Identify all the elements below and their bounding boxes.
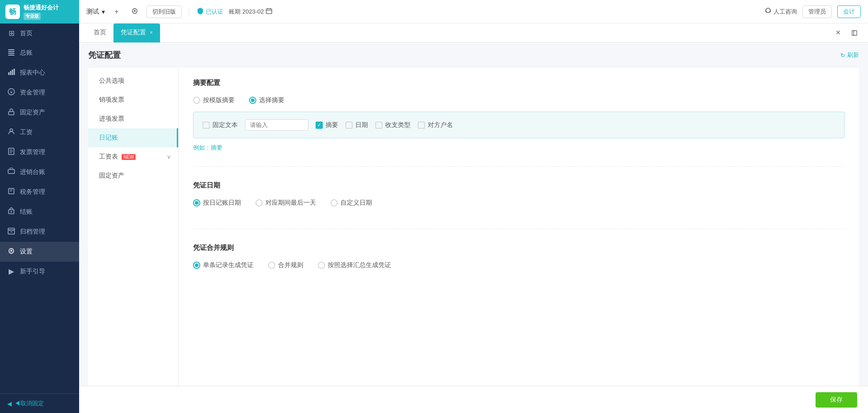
checkbox-summary[interactable]: ✓ 摘要 <box>316 121 338 129</box>
nav-public-label: 公共选项 <box>99 77 124 84</box>
radio-journal-date-label: 按日记账日期 <box>203 199 241 207</box>
refresh-icon: ↻ <box>840 52 845 59</box>
sidebar-item-settings[interactable]: 设置 <box>0 242 79 262</box>
radio-selected-summary[interactable]: 按照选择汇总生成凭证 <box>318 261 391 269</box>
tab-close-icon[interactable]: × <box>150 29 153 36</box>
save-button[interactable]: 保存 <box>816 392 857 408</box>
radio-merge-rule[interactable]: 合并规则 <box>268 261 303 269</box>
checkbox-counterpart[interactable]: 对方户名 <box>418 121 453 129</box>
sidebar-item-capital[interactable]: ¥ 资金管理 <box>0 83 79 103</box>
user-button[interactable]: 管理员 <box>802 5 832 18</box>
add-icon: + <box>114 8 118 16</box>
sidebar-item-assets[interactable]: 固定资产 <box>0 103 79 122</box>
unpin-label: ◀取消固定 <box>14 399 44 408</box>
page-title: 凭证配置 <box>88 50 121 61</box>
sidebar-item-tax[interactable]: 税务管理 <box>0 182 79 202</box>
svg-rect-3 <box>8 55 14 56</box>
consult-button[interactable]: 人工咨询 <box>764 7 797 16</box>
archive-icon <box>7 227 15 236</box>
sidebar-item-label: 结账 <box>20 208 33 216</box>
config-content: 摘要配置 按模版摘要 选择摘要 <box>179 68 859 386</box>
checkbox-counterpart-box <box>418 122 425 129</box>
shield-icon <box>197 7 204 16</box>
svg-rect-6 <box>12 70 13 75</box>
topbar-divider <box>189 7 189 16</box>
sidebar-item-label: 总账 <box>20 49 33 57</box>
radio-template[interactable]: 按模版摘要 <box>193 96 235 104</box>
sidebar-item-report[interactable]: 报表中心 <box>0 63 79 83</box>
topbar-settings-button[interactable] <box>128 5 141 18</box>
tab-config-label: 凭证配置 <box>121 28 146 37</box>
unpin-button[interactable]: ◀ ◀取消固定 <box>0 394 79 413</box>
section-merge-title: 凭证合并规则 <box>193 244 844 252</box>
nav-sales[interactable]: 销项发票 <box>88 90 178 109</box>
radio-selected-summary-circle <box>318 262 325 269</box>
sidebar-item-label: 进销台账 <box>20 168 45 176</box>
sidebar-item-label: 报表中心 <box>20 69 45 77</box>
sidebar-nav-scroll: ⊞ 首页 总账 报表中心 ¥ 资金管理 固定资产 <box>0 23 79 394</box>
tab-config[interactable]: 凭证配置 × <box>113 23 160 42</box>
radio-custom-date-circle <box>330 199 338 206</box>
sidebar-item-salary[interactable]: 工资 <box>0 122 79 142</box>
radio-journal-date[interactable]: 按日记账日期 <box>193 199 241 207</box>
fixed-text-input[interactable] <box>245 119 308 131</box>
radio-template-label: 按模版摘要 <box>203 96 235 104</box>
add-company-button[interactable]: + <box>110 5 123 18</box>
switch-old-version-button[interactable]: 切到旧版 <box>146 5 182 18</box>
checkbox-payment-type[interactable]: 收支类型 <box>375 121 410 129</box>
nav-public[interactable]: 公共选项 <box>88 71 178 90</box>
sidebar-item-invoice[interactable]: 发票管理 <box>0 142 79 162</box>
sidebar-item-home[interactable]: ⊞ 首页 <box>0 23 79 43</box>
checkbox-fixed-text-label: 固定文本 <box>212 121 238 129</box>
home-icon: ⊞ <box>7 29 15 38</box>
svg-point-21 <box>11 211 12 212</box>
nav-journal[interactable]: 日记账 <box>88 128 178 147</box>
sidebar-item-label: 设置 <box>20 248 33 256</box>
radio-period-last[interactable]: 对应期间最后一天 <box>255 199 316 207</box>
radio-selected-summary-label: 按照选择汇总生成凭证 <box>328 261 391 269</box>
consult-label: 人工咨询 <box>774 8 797 16</box>
close-button[interactable]: × <box>832 27 844 39</box>
checkbox-payment-type-label: 收支类型 <box>385 121 410 129</box>
tab-home[interactable]: 首页 <box>86 23 113 42</box>
role-button[interactable]: 会计 <box>837 5 861 18</box>
refresh-button[interactable]: ↻ 刷新 <box>840 51 859 59</box>
radio-custom-date[interactable]: 自定义日期 <box>330 199 372 207</box>
nav-payroll[interactable]: 工资表 NEW ∨ <box>88 147 178 166</box>
company-selector[interactable]: 测试 ▾ <box>86 8 105 16</box>
summary-radio-group: 按模版摘要 选择摘要 <box>193 96 844 104</box>
radio-select-circle <box>249 97 256 104</box>
nav-fixed-assets[interactable]: 固定资产 <box>88 166 178 185</box>
checkbox-date[interactable]: 日期 <box>345 121 368 129</box>
svg-rect-23 <box>8 228 14 230</box>
section-date: 凭证日期 按日记账日期 对应期间最后一天 <box>193 181 844 229</box>
expand-button[interactable] <box>848 27 861 39</box>
dropdown-arrow-icon: ▾ <box>102 8 105 15</box>
radio-period-last-label: 对应期间最后一天 <box>265 199 316 207</box>
salary-icon <box>7 128 15 137</box>
svg-rect-10 <box>9 112 14 115</box>
checkbox-fixed-text[interactable]: 固定文本 <box>203 121 238 129</box>
date-radio-group: 按日记账日期 对应期间最后一天 自定义日期 <box>193 199 844 207</box>
sidebar-item-label: 固定资产 <box>20 108 45 117</box>
sidebar-item-ledger[interactable]: 总账 <box>0 43 79 63</box>
radio-select[interactable]: 选择摘要 <box>249 96 284 104</box>
sidebar-item-stock[interactable]: 进销台账 <box>0 162 79 182</box>
logo-name: 畅捷通好会计 <box>24 4 59 12</box>
period-value: 2023-02 <box>242 8 264 15</box>
svg-rect-5 <box>10 71 11 75</box>
sidebar-item-archive[interactable]: 归档管理 <box>0 222 79 242</box>
sidebar-logo: 畅 畅捷通好会计 专业版 <box>0 0 79 23</box>
nav-purchase[interactable]: 进项发票 <box>88 109 178 128</box>
page-content: 凭证配置 ↻ 刷新 公共选项 销项发票 进项发票 <box>79 42 868 386</box>
radio-single[interactable]: 单条记录生成凭证 <box>193 261 254 269</box>
ledger-icon <box>7 48 15 57</box>
unpin-icon: ◀ <box>7 400 12 407</box>
bottom-bar: 保存 <box>79 386 868 413</box>
refresh-label: 刷新 <box>847 51 859 59</box>
sidebar-item-guide[interactable]: ▶ 新手引导 <box>0 262 79 281</box>
company-name: 测试 <box>86 8 99 16</box>
period-selector[interactable]: 账期 2023-02 <box>229 8 272 16</box>
sidebar-item-close[interactable]: 结账 <box>0 202 79 222</box>
main-area: 测试 ▾ + 切到旧版 已认证 账期 2023-02 <box>79 0 868 413</box>
